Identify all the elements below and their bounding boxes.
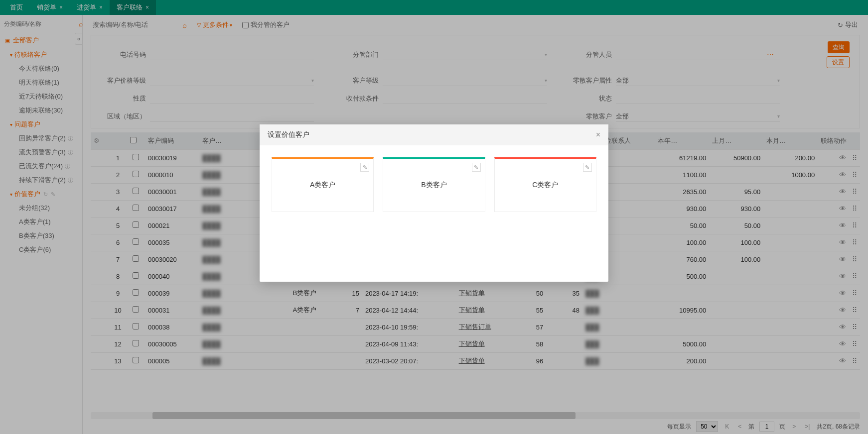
edit-icon[interactable]: ✎ <box>583 163 592 172</box>
edit-icon[interactable]: ✎ <box>472 163 481 172</box>
modal-title: 设置价值客户 <box>268 130 309 139</box>
modal-overlay[interactable]: 设置价值客户 × A类客户✎ B类客户✎ C类客户✎ <box>0 0 868 434</box>
value-customer-modal: 设置价值客户 × A类客户✎ B类客户✎ C类客户✎ <box>260 124 608 282</box>
card-a[interactable]: A类客户✎ <box>272 157 374 212</box>
card-c[interactable]: C类客户✎ <box>494 157 596 212</box>
card-b[interactable]: B类客户✎ <box>383 157 485 212</box>
edit-icon[interactable]: ✎ <box>360 163 369 172</box>
close-icon[interactable]: × <box>596 130 600 139</box>
